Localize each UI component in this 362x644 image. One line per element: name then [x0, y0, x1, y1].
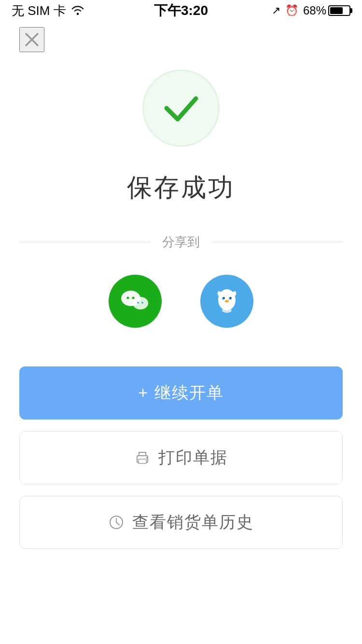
share-divider: 分享到	[0, 234, 362, 251]
location-icon: ↗	[272, 4, 280, 17]
history-label: 查看销货单历史	[132, 511, 254, 533]
divider-line-right	[211, 242, 343, 242]
svg-point-19	[146, 457, 148, 459]
printer-icon	[134, 449, 151, 466]
svg-point-3	[133, 297, 148, 309]
status-left: 无 SIM 卡	[12, 2, 84, 19]
svg-point-12	[223, 297, 225, 299]
svg-point-6	[137, 302, 139, 304]
main-content: 保存成功 分享到	[0, 21, 362, 549]
qq-share-button[interactable]	[200, 275, 253, 328]
print-button[interactable]: 打印单据	[19, 431, 343, 484]
continue-order-button[interactable]: + 继续开单	[19, 366, 343, 420]
svg-point-5	[132, 297, 135, 299]
battery-fill	[330, 7, 343, 14]
wechat-share-button[interactable]	[109, 275, 162, 328]
print-label: 打印单据	[158, 447, 228, 469]
battery-shape	[328, 5, 350, 16]
svg-point-14	[225, 300, 229, 303]
svg-point-9	[222, 308, 232, 313]
status-time: 下午3:20	[154, 1, 208, 20]
clock-icon	[108, 514, 125, 531]
success-title: 保存成功	[127, 171, 235, 205]
svg-point-4	[127, 297, 129, 299]
divider-label: 分享到	[151, 234, 211, 251]
share-icons-row	[109, 275, 253, 328]
status-bar: 无 SIM 卡 下午3:20 ↗ ⏰ 68%	[0, 0, 362, 21]
battery-percent: 68%	[303, 4, 326, 17]
svg-line-22	[116, 522, 119, 525]
svg-point-7	[141, 302, 143, 304]
alarm-icon: ⏰	[285, 4, 298, 17]
continue-order-label: + 继续开单	[138, 382, 223, 404]
svg-point-13	[230, 297, 232, 299]
sim-status: 无 SIM 卡	[12, 2, 66, 19]
action-buttons: + 继续开单 打印单据 查看销	[0, 366, 362, 549]
divider-line-left	[19, 242, 151, 242]
battery: 68%	[303, 4, 350, 17]
success-icon-circle	[142, 70, 220, 147]
wifi-icon	[71, 3, 84, 18]
svg-rect-18	[139, 459, 146, 463]
close-button[interactable]	[19, 27, 44, 52]
status-right: ↗ ⏰ 68%	[272, 4, 350, 17]
history-button[interactable]: 查看销货单历史	[19, 496, 343, 549]
